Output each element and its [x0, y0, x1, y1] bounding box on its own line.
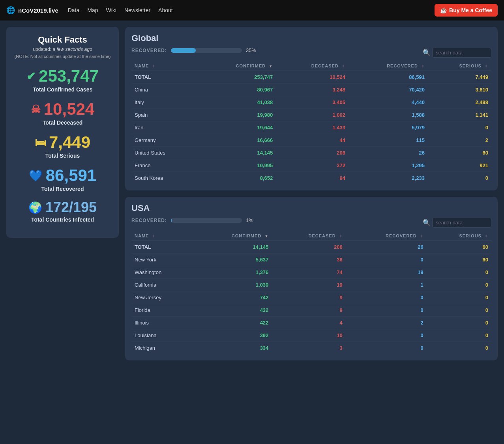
- sort-confirmed-usa-arrow: ▼: [264, 234, 268, 238]
- sort-confirmed-arrow: ▼: [269, 64, 273, 68]
- cell-confirmed: 19,644: [198, 121, 276, 134]
- cell-recovered: 19: [346, 266, 427, 279]
- cell-recovered: 0: [346, 304, 427, 317]
- cell-serious: 0: [428, 172, 491, 185]
- global-search-icon-btn[interactable]: 🔍: [423, 49, 431, 56]
- cell-confirmed: 432: [192, 304, 272, 317]
- col-name-usa[interactable]: NAME ⇕: [131, 231, 192, 241]
- global-table-head: NAME ⇕ CONFIRMED ▼ DECEASED ⇕ RECOVERE: [131, 61, 491, 71]
- col-confirmed-global[interactable]: CONFIRMED ▼: [198, 61, 276, 71]
- deceased-label: Total Deceased: [13, 119, 112, 126]
- navbar: 🌐 nCoV2019.live Data Map Wiki Newsletter…: [0, 0, 504, 21]
- cell-confirmed: 14,145: [198, 147, 276, 159]
- col-recovered-global[interactable]: RECOVERED ⇕: [348, 61, 428, 71]
- cell-name: Illinois: [131, 317, 192, 329]
- cell-deceased: 3: [272, 342, 345, 354]
- usa-table-body: TOTAL 14,145 206 26 60 New York 5,637 36…: [131, 241, 491, 354]
- cell-recovered: 1,295: [348, 159, 428, 172]
- usa-table: NAME ⇕ CONFIRMED ▼ DECEASED ⇕ RECOVERE: [131, 231, 491, 354]
- cell-name: Germany: [131, 134, 198, 147]
- table-row: China 80,967 3,248 70,420 3,610: [131, 84, 491, 96]
- cell-recovered: 1,588: [348, 109, 428, 121]
- usa-search-box: 🔍: [423, 218, 491, 228]
- col-serious-global[interactable]: SERIOUS ⇕: [428, 61, 491, 71]
- cell-recovered: 0: [346, 329, 427, 342]
- cell-name: Florida: [131, 304, 192, 317]
- cell-name: Italy: [131, 96, 198, 109]
- nav-wiki[interactable]: Wiki: [106, 7, 116, 13]
- col-name-global[interactable]: NAME ⇕: [131, 61, 198, 71]
- nav-about[interactable]: About: [158, 7, 173, 13]
- deceased-value: 10,524: [44, 100, 94, 119]
- cell-confirmed: 41,038: [198, 96, 276, 109]
- cell-serious: 3,610: [428, 84, 491, 96]
- sort-name-usa-arrows: ⇕: [152, 234, 156, 238]
- cell-name: United States: [131, 147, 198, 159]
- confirmed-label: Total Confirmed Cases: [13, 86, 112, 93]
- cell-name: China: [131, 84, 198, 96]
- cell-confirmed: 392: [192, 329, 272, 342]
- cell-confirmed: 334: [192, 342, 272, 354]
- col-deceased-usa[interactable]: DECEASED ⇕: [272, 231, 345, 241]
- cell-recovered: 1: [346, 279, 427, 291]
- brand[interactable]: 🌐 nCoV2019.live: [6, 6, 58, 15]
- buy-coffee-button[interactable]: ☕ Buy Me a Coffee: [435, 4, 498, 17]
- countries-label: Total Countries Infected: [13, 216, 112, 223]
- usa-bar-bg: [171, 218, 242, 223]
- cell-confirmed: 742: [192, 291, 272, 304]
- nav-map[interactable]: Map: [87, 7, 98, 13]
- cell-name: Spain: [131, 109, 198, 121]
- col-serious-usa[interactable]: SERIOUS ⇕: [427, 231, 491, 241]
- serious-stat: 🛏 7,449 Total Serious: [13, 133, 112, 159]
- col-recovered-usa[interactable]: RECOVERED ⇕: [346, 231, 427, 241]
- sort-serious-usa-arrows: ⇕: [485, 234, 488, 238]
- cell-serious: 0: [427, 279, 491, 291]
- usa-recovered-label: RECOVERED:: [131, 218, 167, 223]
- sort-deceased-arrows: ⇕: [342, 64, 345, 68]
- cell-recovered: 2,233: [348, 172, 428, 185]
- usa-recovered-bar-row: RECOVERED: 1%: [131, 217, 253, 223]
- cell-serious: 2: [428, 134, 491, 147]
- cell-serious: 60: [427, 254, 491, 266]
- cell-name: South Korea: [131, 172, 198, 185]
- cell-recovered: 86,591: [348, 71, 428, 84]
- usa-bar-fill: [171, 218, 172, 223]
- table-row: Spain 19,980 1,002 1,588 1,141: [131, 109, 491, 121]
- table-row: United States 14,145 206 26 60: [131, 147, 491, 159]
- cell-serious: 0: [427, 329, 491, 342]
- global-bar-bg: [171, 48, 242, 53]
- cell-name: Michigan: [131, 342, 192, 354]
- tables-column: Global RECOVERED: 35% 🔍: [125, 27, 498, 360]
- nav-links: Data Map Wiki Newsletter About: [68, 7, 435, 13]
- cell-serious: 0: [428, 121, 491, 134]
- cell-deceased: 4: [272, 317, 345, 329]
- global-search-box: 🔍: [423, 48, 491, 58]
- cell-recovered: 70,420: [348, 84, 428, 96]
- table-row: Louisiana 392 10 0 0: [131, 329, 491, 342]
- cell-recovered: 4,440: [348, 96, 428, 109]
- table-row: Iran 19,644 1,433 5,979 0: [131, 121, 491, 134]
- col-deceased-global[interactable]: DECEASED ⇕: [276, 61, 348, 71]
- confirmed-value: 253,747: [39, 67, 99, 86]
- heart-icon: 💙: [29, 169, 43, 182]
- global-search-input[interactable]: [432, 48, 491, 58]
- nav-data[interactable]: Data: [68, 7, 80, 13]
- nav-newsletter[interactable]: Newsletter: [124, 7, 150, 13]
- col-confirmed-usa[interactable]: CONFIRMED ▼: [192, 231, 272, 241]
- cell-deceased: 74: [272, 266, 345, 279]
- cell-deceased: 206: [276, 147, 348, 159]
- checkmark-icon: ✔: [26, 70, 36, 83]
- cell-deceased: 9: [272, 304, 345, 317]
- table-row: Germany 16,666 44 115 2: [131, 134, 491, 147]
- table-row: South Korea 8,652 94 2,233 0: [131, 172, 491, 185]
- cell-confirmed: 8,652: [198, 172, 276, 185]
- cell-confirmed: 422: [192, 317, 272, 329]
- cell-name: New York: [131, 254, 192, 266]
- cell-name: California: [131, 279, 192, 291]
- cell-deceased: 9: [272, 291, 345, 304]
- cell-deceased: 1,002: [276, 109, 348, 121]
- usa-search-icon-btn[interactable]: 🔍: [423, 219, 431, 226]
- usa-search-input[interactable]: [432, 218, 491, 228]
- cell-confirmed: 5,637: [192, 254, 272, 266]
- quick-facts-title: Quick Facts: [13, 35, 112, 45]
